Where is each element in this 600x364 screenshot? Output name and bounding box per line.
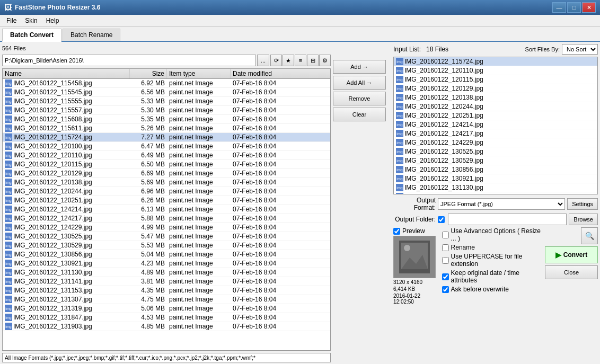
add-all-button[interactable]: Add All → <box>333 76 386 90</box>
minimize-button[interactable]: — <box>552 2 566 13</box>
file-row[interactable]: img IMG_20160122_124229.jpg 4.99 MB pain… <box>3 223 330 232</box>
menu-file[interactable]: File <box>2 16 21 25</box>
file-row[interactable]: img IMG_20160122_131307.jpg 4.75 MB pain… <box>3 295 330 304</box>
cell-type: paint.net Image <box>167 88 231 96</box>
file-row[interactable]: img IMG_20160122_120244.jpg 6.96 MB pain… <box>3 187 330 196</box>
file-row[interactable]: img IMG_20160122_120138.jpg 5.69 MB pain… <box>3 178 330 187</box>
file-row[interactable]: img IMG_20160122_130921.jpg 4.23 MB pain… <box>3 259 330 268</box>
rename-checkbox[interactable] <box>442 244 449 251</box>
file-icon: img <box>5 134 12 141</box>
browse-folder-button[interactable]: ... <box>257 55 269 66</box>
ask-overwrite-checkbox[interactable] <box>442 286 449 293</box>
file-row[interactable]: img IMG_20160122_120110.jpg 6.49 MB pain… <box>3 151 330 160</box>
uppercase-checkbox[interactable] <box>442 257 449 264</box>
zoom-button[interactable]: 🔍 <box>581 227 598 244</box>
file-row[interactable]: img IMG_20160122_131130.jpg 4.89 MB pain… <box>3 268 330 277</box>
convert-button[interactable]: ▶ Convert <box>545 246 598 263</box>
file-row[interactable]: img IMG_20160122_115557.jpg 5.30 MB pain… <box>3 106 330 115</box>
cell-size: 5.69 MB <box>130 178 167 187</box>
file-row[interactable]: img IMG_20160122_131903.jpg 4.85 MB pain… <box>3 322 330 331</box>
input-list-item[interactable]: img IMG_20160122_120138.jpg <box>394 93 597 102</box>
close-button[interactable]: ✕ <box>582 2 596 13</box>
file-row[interactable]: img IMG_20160122_120129.jpg 6.69 MB pain… <box>3 169 330 178</box>
close-app-button[interactable]: Close <box>545 265 598 279</box>
input-list-item[interactable]: img IMG_20160122_120115.jpg <box>394 75 597 84</box>
file-row[interactable]: img IMG_20160122_115611.jpg 5.26 MB pain… <box>3 124 330 133</box>
file-row[interactable]: img IMG_20160122_131153.jpg 4.35 MB pain… <box>3 286 330 295</box>
uppercase-row: Use UPPERCASE for file extension <box>442 253 541 268</box>
col-header-type[interactable]: Item type <box>167 69 231 78</box>
menu-help[interactable]: Help <box>42 16 64 25</box>
file-row[interactable]: img IMG_20160122_131847.jpg 4.53 MB pain… <box>3 313 330 322</box>
input-list-item[interactable]: img IMG_20160122_131130.jpg <box>394 183 597 192</box>
input-list-item[interactable]: img IMG_20160122_120244.jpg <box>394 102 597 111</box>
cell-date: 07-Feb-16 8:04 <box>231 142 330 150</box>
file-row[interactable]: img IMG_20160122_130525.jpg 5.47 MB pain… <box>3 232 330 241</box>
settings-button[interactable]: Settings <box>567 198 598 210</box>
menu-skin[interactable]: Skin <box>21 16 41 25</box>
file-list-body[interactable]: img IMG_20160122_115458.jpg 6.92 MB pain… <box>3 79 330 350</box>
col-header-size[interactable]: Size <box>130 69 167 78</box>
file-row[interactable]: img IMG_20160122_130529.jpg 5.53 MB pain… <box>3 241 330 250</box>
col-header-name[interactable]: Name <box>3 69 130 78</box>
output-folder-input[interactable] <box>448 214 567 225</box>
file-row[interactable]: img IMG_20160122_120251.jpg 6.26 MB pain… <box>3 196 330 205</box>
app-icon: 🖼 <box>4 3 12 12</box>
input-list-item[interactable]: img IMG_20160122_120129.jpg <box>394 84 597 93</box>
view2-icon-button[interactable]: ⊞ <box>307 55 319 66</box>
input-list-item[interactable]: img IMG_20160122_120251.jpg <box>394 111 597 120</box>
refresh-icon-button[interactable]: ⟳ <box>270 55 282 66</box>
preview-date: 2016-01-22 12:02:50 <box>393 293 438 305</box>
input-list-item[interactable]: img IMG_20160122_124214.jpg <box>394 120 597 129</box>
file-row[interactable]: img IMG_20160122_115458.jpg 6.92 MB pain… <box>3 79 330 88</box>
clear-button[interactable]: Clear <box>333 108 386 121</box>
file-row[interactable]: img IMG_20160122_115724.jpg 7.27 MB pain… <box>3 133 330 142</box>
file-icon: img <box>5 188 12 195</box>
view1-icon-button[interactable]: ≡ <box>295 55 306 66</box>
file-row[interactable]: img IMG_20160122_131141.jpg 3.81 MB pain… <box>3 277 330 286</box>
input-list-item[interactable]: img IMG_20160122_130921.jpg <box>394 174 597 183</box>
folder-path-input[interactable] <box>2 55 256 66</box>
input-list-item[interactable]: img IMG_20160122_120110.jpg <box>394 66 597 75</box>
col-header-date[interactable]: Date modified <box>231 69 324 78</box>
file-row[interactable]: img IMG_20160122_115555.jpg 5.33 MB pain… <box>3 97 330 106</box>
file-row[interactable]: img IMG_20160122_115608.jpg 5.35 MB pain… <box>3 115 330 124</box>
cell-type: paint.net Image <box>167 295 231 304</box>
preview-checkbox[interactable] <box>393 228 400 235</box>
input-list-item[interactable]: img IMG_20160122_130525.jpg <box>394 147 597 156</box>
sort-select[interactable]: No Sort Name Size Date <box>562 44 598 55</box>
cell-size: 4.89 MB <box>130 268 167 277</box>
maximize-button[interactable]: □ <box>567 2 581 13</box>
remove-button[interactable]: Remove <box>333 92 386 105</box>
input-list-item[interactable]: img IMG_20160122_115724.jpg <box>394 57 597 66</box>
output-folder-checkbox[interactable] <box>438 216 445 223</box>
cell-date: 07-Feb-16 8:04 <box>231 97 330 105</box>
input-file-icon: img <box>396 166 403 173</box>
file-row[interactable]: img IMG_20160122_120100.jpg 6.47 MB pain… <box>3 142 330 151</box>
input-list-item[interactable]: img IMG_20160122_131141.jpg <box>394 192 597 194</box>
file-row[interactable]: img IMG_20160122_130856.jpg 5.04 MB pain… <box>3 250 330 259</box>
output-format-select[interactable]: JPEG Format (*.jpg) PNG Format (*.png) B… <box>438 198 565 210</box>
input-list-item[interactable]: img IMG_20160122_130529.jpg <box>394 156 597 165</box>
file-row[interactable]: img IMG_20160122_124217.jpg 5.88 MB pain… <box>3 214 330 223</box>
cell-type: paint.net Image <box>167 304 231 313</box>
input-file-name: IMG_20160122_120115.jpg <box>404 76 483 83</box>
file-row[interactable]: img IMG_20160122_124214.jpg 6.13 MB pain… <box>3 205 330 214</box>
input-list-item[interactable]: img IMG_20160122_124229.jpg <box>394 138 597 147</box>
keep-date-checkbox[interactable] <box>442 273 449 280</box>
input-list-body[interactable]: img IMG_20160122_115724.jpg img IMG_2016… <box>393 57 598 194</box>
cell-date: 07-Feb-16 8:04 <box>231 214 330 223</box>
tab-batch-convert[interactable]: Batch Convert <box>2 29 61 42</box>
input-list-item[interactable]: img IMG_20160122_130856.jpg <box>394 165 597 174</box>
file-row[interactable]: img IMG_20160122_131319.jpg 5.06 MB pain… <box>3 304 330 313</box>
browse-output-button[interactable]: Browse <box>569 214 598 225</box>
file-row[interactable]: img IMG_20160122_115545.jpg 6.56 MB pain… <box>3 88 330 97</box>
input-file-name: IMG_20160122_120251.jpg <box>404 112 483 119</box>
tab-batch-rename[interactable]: Batch Rename <box>63 29 120 41</box>
add-button[interactable]: Add → <box>333 60 386 74</box>
advanced-options-checkbox[interactable] <box>442 232 449 238</box>
favorites-icon-button[interactable]: ★ <box>283 55 294 66</box>
view3-icon-button[interactable]: ⚙ <box>319 55 331 66</box>
file-row[interactable]: img IMG_20160122_120115.jpg 6.50 MB pain… <box>3 160 330 169</box>
input-list-item[interactable]: img IMG_20160122_124217.jpg <box>394 129 597 138</box>
